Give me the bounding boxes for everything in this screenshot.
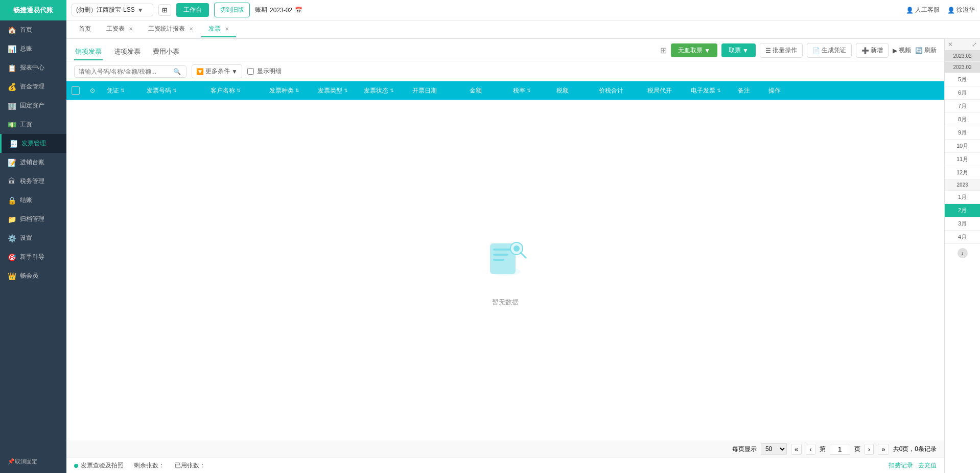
filter-bar: 🔍 🔽 更多条件 ▼ 显示明细 [66, 61, 944, 81]
first-page-button[interactable]: « [791, 444, 802, 455]
add-record-link[interactable]: 扣费记录 [889, 461, 913, 470]
next-page-button[interactable]: › [865, 444, 874, 455]
new-invoice-button[interactable]: ➕ 新增 [856, 43, 889, 58]
date-item-12[interactable]: 12月 [945, 166, 980, 179]
tab-invoice-close[interactable]: ✕ [225, 26, 229, 32]
th-tax-id[interactable]: 税局代开 [637, 86, 683, 95]
last-page-button[interactable]: » [878, 444, 889, 455]
prev-page-button[interactable]: ‹ [806, 444, 815, 455]
sidebar-item-tax[interactable]: 🏛 税务管理 [0, 172, 66, 191]
video-button[interactable]: ▶ 视频 [893, 46, 911, 55]
scroll-down-button[interactable]: ↓ [958, 248, 968, 258]
calendar-icon[interactable]: 📅 [295, 7, 302, 14]
close-period-icon: 🔒 [8, 196, 16, 205]
sidebar-item-payroll[interactable]: 💵 工资 [0, 115, 66, 134]
company-name: (勿删）江西股宝-LSS [76, 6, 135, 14]
date-item-4[interactable]: 4月 [945, 231, 980, 244]
th-total[interactable]: 价税合计 [586, 86, 637, 95]
th-e-invoice[interactable]: 电子发票 ⇅ [683, 86, 729, 95]
archive-icon: 📁 [8, 215, 16, 223]
sidebar-item-settings[interactable]: ⚙️ 设置 [0, 229, 66, 247]
tab-invoice[interactable]: 发票 ✕ [201, 21, 236, 37]
show-detail-input[interactable] [247, 68, 254, 75]
th-tax[interactable]: 税额 [540, 86, 586, 95]
switch-version-button[interactable]: 切到旧版 [214, 3, 250, 17]
th-cert[interactable]: 凭证 ⇅ [100, 86, 131, 95]
date-scroll: 5月 6月 7月 8月 9月 10月 11月 12月 2023 1月 2月 3月… [945, 73, 980, 473]
sidebar-item-member[interactable]: 👑 畅会员 [0, 266, 66, 285]
search-input[interactable] [79, 68, 171, 75]
header-checkbox[interactable] [72, 86, 80, 95]
th-remark: 备注 [729, 86, 759, 95]
sidebar-item-home[interactable]: 🏠 首页 [0, 20, 66, 39]
date-item-2[interactable]: 2月 [945, 204, 980, 217]
assets-icon: 🏢 [8, 102, 16, 110]
sub-tab-purchase[interactable]: 进项发票 [113, 44, 142, 60]
copy-company-button[interactable]: ⊞ [158, 4, 171, 16]
th-invoice-no[interactable]: 发票号码 ⇅ [131, 86, 192, 95]
grid-view-icon[interactable]: ⊞ [660, 46, 667, 55]
sub-tab-receipt[interactable]: 费用小票 [152, 44, 180, 60]
sidebar-item-invoice[interactable]: 🧾 发票管理 [0, 134, 66, 153]
batch-ops-button[interactable]: ☰ 批量操作 [760, 43, 803, 58]
workbench-button[interactable]: 工作台 [176, 3, 209, 17]
tab-payroll-close[interactable]: ✕ [129, 26, 133, 32]
date-panel-close-icon[interactable]: ✕ [948, 41, 953, 48]
pin-icon: 📌 [8, 458, 15, 465]
sidebar-item-guide[interactable]: 🎯 新手引导 [0, 247, 66, 266]
sidebar-item-assets[interactable]: 🏢 固定资产 [0, 96, 66, 115]
tab-home[interactable]: 首页 [72, 21, 98, 37]
sidebar-item-funds[interactable]: 💰 资金管理 [0, 77, 66, 96]
new-label: 新增 [871, 46, 883, 55]
date-item-1[interactable]: 1月 [945, 191, 980, 204]
date-item-9[interactable]: 9月 [945, 126, 980, 140]
user-menu[interactable]: 👤 徐溢华 [947, 6, 975, 14]
tab-payroll-stats[interactable]: 工资统计报表 ✕ [141, 21, 200, 37]
page-number-input[interactable] [830, 444, 850, 455]
th-status-label: 发票状态 [364, 86, 388, 95]
filter-dropdown-arrow: ▼ [231, 68, 238, 75]
company-selector[interactable]: (勿删）江西股宝-LSS ▼ [72, 4, 153, 16]
sidebar-item-guide-label: 新手引导 [20, 253, 44, 261]
th-tax-rate[interactable]: 税率 ⇅ [504, 86, 540, 95]
deduction-button[interactable]: 取票 ▼ [721, 43, 756, 57]
header: (勿删）江西股宝-LSS ▼ ⊞ 工作台 切到旧版 账期 2023-02 📅 👤… [66, 0, 980, 20]
cancel-pin-button[interactable]: 📌 取消固定 [5, 455, 61, 468]
date-item-3[interactable]: 3月 [945, 217, 980, 231]
sidebar-item-ledger[interactable]: 📊 总账 [0, 39, 66, 58]
th-inv-class[interactable]: 发票类型 ⇅ [310, 86, 356, 95]
sidebar-item-sales[interactable]: 📝 进销台账 [0, 153, 66, 172]
date-item-7[interactable]: 7月 [945, 100, 980, 113]
sidebar-item-reports[interactable]: 📋 报表中心 [0, 58, 66, 77]
refresh-button[interactable]: 🔄 刷新 [915, 46, 937, 55]
th-amount[interactable]: 金额 [448, 86, 504, 95]
th-inv-type[interactable]: 发票种类 ⇅ [259, 86, 310, 95]
sidebar-item-close[interactable]: 🔒 结账 [0, 191, 66, 210]
date-item-10[interactable]: 10月 [945, 140, 980, 153]
th-num-icon: ⊙ [90, 87, 95, 94]
th-customer[interactable]: 客户名称 ⇅ [192, 86, 259, 95]
used-label: 已用张数： [175, 461, 205, 470]
th-date[interactable]: 开票日期 [402, 86, 448, 95]
th-inv-class-label: 发票类型 [318, 86, 342, 95]
tab-payroll[interactable]: 工资表 ✕ [99, 21, 140, 37]
sidebar-item-archive[interactable]: 📁 归档管理 [0, 210, 66, 229]
date-item-5[interactable]: 5月 [945, 73, 980, 86]
page-size-select[interactable]: 20 50 100 [761, 443, 787, 455]
no-deduction-button[interactable]: 无血取票 ▼ [671, 43, 717, 57]
date-item-6[interactable]: 6月 [945, 86, 980, 100]
gen-cert-button[interactable]: 📄 生成凭证 [807, 43, 852, 58]
more-filter-button[interactable]: 🔽 更多条件 ▼ [192, 64, 242, 78]
customer-service-button[interactable]: 👤 人工客服 [906, 6, 940, 14]
date-item-11[interactable]: 11月 [945, 153, 980, 166]
date-item-8[interactable]: 8月 [945, 113, 980, 126]
sub-tab-sales[interactable]: 销项发票 [74, 44, 103, 60]
sidebar-item-archive-label: 归档管理 [20, 215, 44, 223]
payroll-icon: 💵 [8, 121, 16, 129]
more-link[interactable]: 去充值 [918, 461, 937, 470]
show-detail-checkbox[interactable]: 显示明细 [247, 67, 282, 76]
th-status[interactable]: 发票状态 ⇅ [356, 86, 402, 95]
date-panel-expand-icon[interactable]: ⤢ [972, 41, 977, 48]
invoice-icon: 🧾 [9, 140, 17, 148]
tab-payroll-stats-close[interactable]: ✕ [189, 26, 193, 32]
